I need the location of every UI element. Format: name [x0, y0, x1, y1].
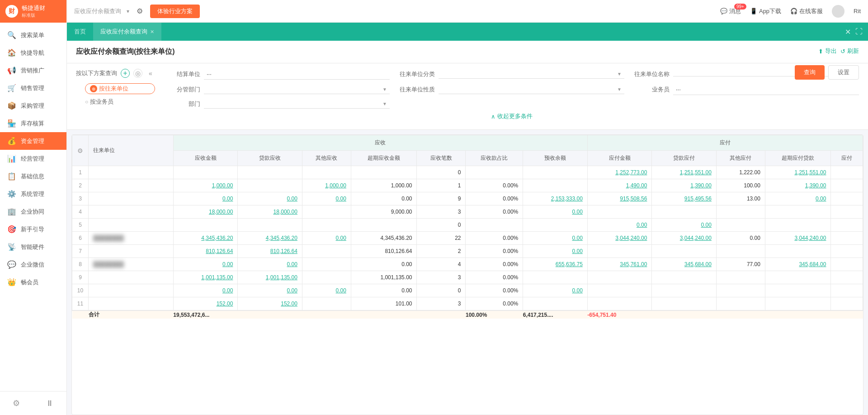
cell-value[interactable]	[173, 219, 238, 232]
cell-value[interactable]: 0.00	[587, 219, 652, 232]
cell-value[interactable]	[302, 271, 351, 284]
filter-scheme-icon[interactable]: ◎	[133, 69, 142, 78]
cell-value[interactable]: 655,636.75	[523, 258, 588, 271]
cell-value[interactable]: 0.00	[652, 219, 717, 232]
cell-value[interactable]: 2,153,333.00	[523, 192, 588, 205]
sidebar-settings-btn[interactable]: ⚙	[10, 396, 22, 410]
sidebar-item-marketing[interactable]: 📢 营销推广	[0, 62, 66, 79]
message-btn[interactable]: 💬 消息 99+	[720, 7, 741, 15]
setting-button[interactable]: 设置	[828, 65, 859, 80]
cell-value[interactable]: 915,508.56	[587, 192, 652, 205]
tab-close-icon[interactable]: ✕	[150, 29, 154, 35]
username-label[interactable]: Rit	[854, 8, 861, 14]
cell-value[interactable]: 0.00	[523, 205, 588, 219]
cell-value[interactable]: 0.00	[173, 192, 238, 205]
cell-value[interactable]: 18,000.00	[238, 205, 302, 219]
sidebar-item-baseinfo[interactable]: 📋 基础信息	[0, 167, 66, 185]
cell-value[interactable]: 1,251,551.00	[765, 166, 831, 179]
cell-value[interactable]: 0.00	[523, 232, 588, 245]
cell-value[interactable]	[765, 271, 831, 284]
sidebar-item-search[interactable]: 🔍 搜索菜单	[0, 26, 66, 44]
scheme-by-salesman[interactable]: ○ 按业务员	[80, 97, 155, 107]
cell-value[interactable]: 1,490.00	[587, 179, 652, 192]
cell-value[interactable]	[652, 271, 717, 284]
cell-value[interactable]	[302, 245, 351, 258]
cell-value[interactable]: 1,000.00	[173, 179, 238, 192]
cell-value[interactable]	[238, 219, 302, 232]
cell-value[interactable]	[587, 271, 652, 284]
cell-value[interactable]	[765, 284, 831, 297]
cell-value[interactable]	[587, 297, 652, 311]
sidebar-item-wechat[interactable]: 💬 企业微信	[0, 256, 66, 273]
cell-value[interactable]: 1,000.00	[302, 179, 351, 192]
cell-value[interactable]	[173, 166, 238, 179]
cell-value[interactable]: 3,044,240.00	[587, 232, 652, 245]
cell-value[interactable]: 0.00	[238, 258, 302, 271]
filter-salesman-input[interactable]: ···	[673, 84, 859, 95]
sidebar-item-finance[interactable]: 💰 资金管理	[0, 132, 66, 150]
sidebar-item-hardware[interactable]: 📡 智能硬件	[0, 238, 66, 256]
sidebar-item-guide[interactable]: 🎯 新手引导	[0, 220, 66, 238]
cell-value[interactable]	[302, 219, 351, 232]
app-download-btn[interactable]: 📱 App下载	[750, 7, 781, 15]
cell-value[interactable]	[765, 297, 831, 311]
cell-value[interactable]	[652, 297, 717, 311]
cell-value[interactable]: 810,126.64	[238, 245, 302, 258]
cell-value[interactable]	[587, 205, 652, 219]
cell-value[interactable]: 0.00	[238, 192, 302, 205]
cell-value[interactable]	[652, 245, 717, 258]
cell-value[interactable]: 3,044,240.00	[765, 232, 831, 245]
cell-value[interactable]: 0.00	[523, 245, 588, 258]
cell-value[interactable]	[238, 166, 302, 179]
cell-value[interactable]: 0.00	[173, 284, 238, 297]
tab-ar-ap[interactable]: 应收应付余额查询 ✕	[93, 23, 161, 41]
sidebar-collapse-btn[interactable]: ⏸	[43, 396, 56, 410]
cell-value[interactable]: 4,345,436.20	[173, 232, 238, 245]
solution-button[interactable]: 体验行业方案	[150, 5, 200, 18]
scheme-by-unit[interactable]: ⊕ 按往来单位	[85, 83, 155, 94]
cell-value[interactable]	[523, 179, 588, 192]
cell-value[interactable]: 0.00	[302, 284, 351, 297]
cell-value[interactable]: 915,495.56	[652, 192, 717, 205]
export-button[interactable]: ⬆ 导出	[818, 47, 837, 55]
cell-value[interactable]	[652, 205, 717, 219]
table-settings-icon[interactable]: ⚙	[77, 147, 83, 154]
filter-add-button[interactable]: +	[121, 69, 130, 78]
cell-value[interactable]	[302, 297, 351, 311]
cell-value[interactable]: 810,126.64	[173, 245, 238, 258]
cell-value[interactable]	[302, 166, 351, 179]
cell-value[interactable]: 152.00	[238, 297, 302, 311]
cell-value[interactable]: 345,684.00	[765, 258, 831, 271]
sidebar-item-inventory[interactable]: 🏪 库存核算	[0, 114, 66, 132]
cell-value[interactable]: 0.00	[238, 284, 302, 297]
sidebar-item-quicknav[interactable]: 🏠 快捷导航	[0, 44, 66, 62]
filter-dept-input[interactable]: ▼	[204, 85, 390, 94]
cell-value[interactable]: 4,345,436.20	[238, 232, 302, 245]
cell-value[interactable]: 3,044,240.00	[652, 232, 717, 245]
cell-value[interactable]	[587, 245, 652, 258]
cell-value[interactable]: 1,252,773.00	[587, 166, 652, 179]
refresh-button[interactable]: ↺ 刷新	[840, 47, 859, 55]
cell-value[interactable]: 1,001,135.00	[238, 271, 302, 284]
tab-expand-icon[interactable]: ⛶	[855, 28, 863, 36]
cell-value[interactable]: 0.00	[523, 284, 588, 297]
filter-expand-icon[interactable]: «	[146, 69, 155, 78]
sidebar-item-sales[interactable]: 🛒 销售管理	[0, 79, 66, 97]
col-settings-header[interactable]: ⚙	[72, 135, 89, 166]
filter-collapse-btn[interactable]: ∧ 收起更多条件	[164, 109, 859, 124]
header-chevron-icon[interactable]: ▾	[127, 8, 129, 14]
user-avatar[interactable]	[832, 5, 844, 18]
filter-category-input[interactable]: ▼	[439, 70, 624, 79]
cell-value[interactable]: 0.00	[302, 232, 351, 245]
cell-value[interactable]	[302, 205, 351, 219]
cell-value[interactable]: 0.00	[765, 192, 831, 205]
cell-value[interactable]	[652, 284, 717, 297]
cell-value[interactable]: 152.00	[173, 297, 238, 311]
cell-value[interactable]	[765, 245, 831, 258]
cell-value[interactable]: 1,390.00	[652, 179, 717, 192]
cell-value[interactable]	[765, 205, 831, 219]
sidebar-item-business[interactable]: 📊 经营管理	[0, 150, 66, 167]
footer-ar-amount[interactable]: 19,553,472,6...	[173, 310, 238, 319]
cell-value[interactable]: 18,000.00	[173, 205, 238, 219]
tab-close-all-icon[interactable]: ✕	[845, 28, 851, 36]
